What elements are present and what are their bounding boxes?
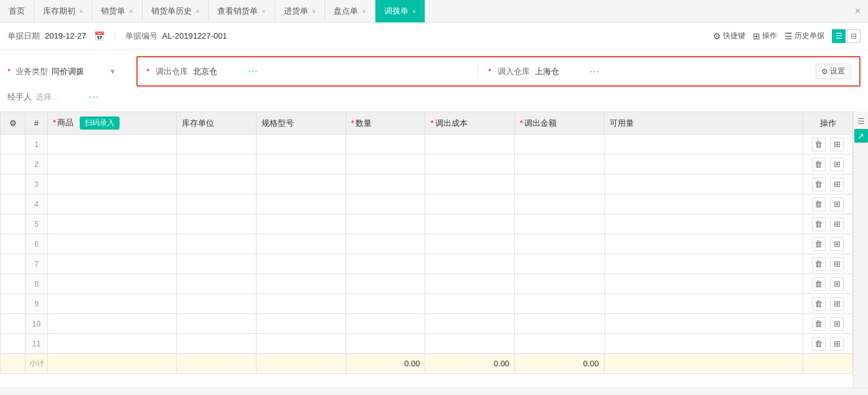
row-qty-cell[interactable] xyxy=(346,155,425,174)
row-qty-cell[interactable] xyxy=(346,294,425,314)
out-warehouse-more[interactable]: ··· xyxy=(248,66,258,77)
row-available-cell[interactable] xyxy=(604,234,803,254)
operation-btn[interactable]: ⊞ 操作 xyxy=(753,31,777,41)
row-unit-cell[interactable] xyxy=(177,254,257,274)
tab-close-sales[interactable]: × xyxy=(129,7,133,15)
row-unit-cell[interactable] xyxy=(177,214,257,234)
row-spec-cell[interactable] xyxy=(257,155,346,174)
tab-sales-history[interactable]: 销货单历史 × xyxy=(143,0,209,22)
row-qty-cell[interactable] xyxy=(346,254,425,274)
row-cost-cell[interactable] xyxy=(425,274,515,294)
in-warehouse-value[interactable]: 上海仓 xyxy=(535,66,585,77)
sidebar-list-icon[interactable]: ☰ xyxy=(854,114,868,128)
row-unit-cell[interactable] xyxy=(177,234,257,254)
row-available-cell[interactable] xyxy=(604,135,803,155)
scan-button[interactable]: 扫码录入 xyxy=(80,117,120,130)
copy-row-btn[interactable]: ⊞ xyxy=(830,198,844,211)
row-qty-cell[interactable] xyxy=(346,214,425,234)
row-product-cell[interactable] xyxy=(48,135,177,155)
tab-close-stock-init[interactable]: × xyxy=(79,7,83,15)
row-spec-cell[interactable] xyxy=(257,274,346,294)
handler-value[interactable]: 选择... xyxy=(35,92,85,103)
row-amount-cell[interactable] xyxy=(515,194,605,214)
row-amount-cell[interactable] xyxy=(515,314,605,334)
row-product-cell[interactable] xyxy=(48,174,177,194)
row-qty-cell[interactable] xyxy=(346,274,425,294)
delete-row-btn[interactable]: 🗑 xyxy=(812,198,826,211)
scroll-row[interactable] xyxy=(0,388,868,395)
tab-home[interactable]: 首页 xyxy=(0,0,34,22)
row-product-cell[interactable] xyxy=(48,274,177,294)
out-warehouse-value[interactable]: 北京仓 xyxy=(193,66,243,77)
row-amount-cell[interactable] xyxy=(515,234,605,254)
layout-grid-btn[interactable]: ⊟ xyxy=(847,29,861,43)
tab-view-sales[interactable]: 查看销货单 × xyxy=(209,0,275,22)
tab-close-purchase[interactable]: × xyxy=(312,7,316,15)
row-unit-cell[interactable] xyxy=(177,174,257,194)
row-available-cell[interactable] xyxy=(604,314,803,334)
history-btn[interactable]: ☰ 历史单据 xyxy=(785,31,824,41)
row-unit-cell[interactable] xyxy=(177,294,257,314)
row-cost-cell[interactable] xyxy=(425,214,515,234)
row-qty-cell[interactable] xyxy=(346,135,425,155)
in-warehouse-more[interactable]: ··· xyxy=(590,66,600,77)
row-product-cell[interactable] xyxy=(48,214,177,234)
delete-row-btn[interactable]: 🗑 xyxy=(812,237,826,251)
row-qty-cell[interactable] xyxy=(346,314,425,334)
row-unit-cell[interactable] xyxy=(177,334,257,354)
delete-row-btn[interactable]: 🗑 xyxy=(812,317,826,331)
copy-row-btn[interactable]: ⊞ xyxy=(830,337,844,351)
delete-row-btn[interactable]: 🗑 xyxy=(812,158,826,171)
table-wrapper[interactable]: ⚙ # *商品 扫码录入 库存单位 规格型号 *数量 *调出成本 *调出金额 可… xyxy=(0,112,853,388)
row-spec-cell[interactable] xyxy=(257,234,346,254)
row-cost-cell[interactable] xyxy=(425,314,515,334)
row-unit-cell[interactable] xyxy=(177,194,257,214)
delete-row-btn[interactable]: 🗑 xyxy=(812,138,826,151)
handler-more[interactable]: ··· xyxy=(89,92,99,103)
tab-inventory[interactable]: 盘点单 × xyxy=(325,0,375,22)
close-all-tabs[interactable]: × xyxy=(847,6,868,17)
delete-row-btn[interactable]: 🗑 xyxy=(812,217,826,231)
copy-row-btn[interactable]: ⊞ xyxy=(830,178,844,191)
row-product-cell[interactable] xyxy=(48,155,177,174)
row-cost-cell[interactable] xyxy=(425,254,515,274)
row-qty-cell[interactable] xyxy=(346,194,425,214)
row-product-cell[interactable] xyxy=(48,254,177,274)
row-amount-cell[interactable] xyxy=(515,294,605,314)
copy-row-btn[interactable]: ⊞ xyxy=(830,257,844,271)
row-cost-cell[interactable] xyxy=(425,294,515,314)
row-amount-cell[interactable] xyxy=(515,174,605,194)
th-gear[interactable]: ⚙ xyxy=(1,112,26,135)
row-spec-cell[interactable] xyxy=(257,314,346,334)
copy-row-btn[interactable]: ⊞ xyxy=(830,277,844,291)
row-qty-cell[interactable] xyxy=(346,334,425,354)
row-available-cell[interactable] xyxy=(604,174,803,194)
row-product-cell[interactable] xyxy=(48,194,177,214)
tab-purchase[interactable]: 进货单 × xyxy=(275,0,325,22)
row-amount-cell[interactable] xyxy=(515,155,605,174)
row-cost-cell[interactable] xyxy=(425,174,515,194)
row-spec-cell[interactable] xyxy=(257,194,346,214)
row-spec-cell[interactable] xyxy=(257,135,346,155)
row-product-cell[interactable] xyxy=(48,234,177,254)
row-cost-cell[interactable] xyxy=(425,234,515,254)
row-spec-cell[interactable] xyxy=(257,214,346,234)
tab-transfer[interactable]: 调拨单 × xyxy=(375,0,425,22)
copy-row-btn[interactable]: ⊞ xyxy=(830,297,844,311)
row-spec-cell[interactable] xyxy=(257,174,346,194)
row-unit-cell[interactable] xyxy=(177,135,257,155)
row-product-cell[interactable] xyxy=(48,334,177,354)
layout-list-btn[interactable]: ☰ xyxy=(832,29,846,43)
biz-type-value[interactable]: 同价调拨 xyxy=(52,66,101,77)
row-available-cell[interactable] xyxy=(604,155,803,174)
tab-sales[interactable]: 销货单 × xyxy=(92,0,142,22)
delete-row-btn[interactable]: 🗑 xyxy=(812,277,826,291)
copy-row-btn[interactable]: ⊞ xyxy=(830,217,844,231)
tab-close-inventory[interactable]: × xyxy=(362,7,366,15)
calendar-icon[interactable]: 📅 xyxy=(94,31,105,41)
tab-stock-init[interactable]: 库存期初 × xyxy=(34,0,92,22)
copy-row-btn[interactable]: ⊞ xyxy=(830,317,844,331)
tab-close-view-sales[interactable]: × xyxy=(262,7,265,15)
row-available-cell[interactable] xyxy=(604,194,803,214)
row-cost-cell[interactable] xyxy=(425,135,515,155)
